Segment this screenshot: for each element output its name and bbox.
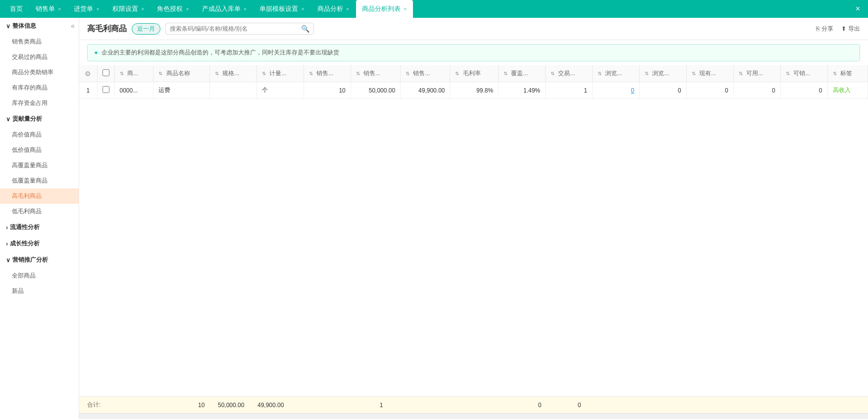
search-box[interactable]: 🔍 bbox=[165, 23, 314, 35]
sidebar-item-high-coverage[interactable]: 高覆盖量商品 bbox=[0, 158, 79, 173]
col-gross-margin[interactable]: ⇅ 毛利率 bbox=[450, 65, 499, 82]
col-browse1[interactable]: ⇅ 浏览... bbox=[592, 65, 639, 82]
row-sales-qty: 10 bbox=[304, 82, 351, 99]
sort-icon: ⇅ bbox=[833, 71, 838, 76]
export-icon: ⬆ bbox=[841, 25, 846, 32]
row-index: 1 bbox=[79, 82, 97, 99]
nav-role-auth[interactable]: 角色授权 × bbox=[151, 0, 195, 18]
col-unit[interactable]: ⇅ 计量... bbox=[256, 65, 304, 82]
col-name[interactable]: ⇅ 商品名称 bbox=[153, 65, 210, 82]
nav-template-settings[interactable]: 单据模板设置 × bbox=[254, 0, 310, 18]
footer-spacer3 bbox=[447, 402, 507, 409]
close-icon[interactable]: × bbox=[96, 6, 99, 12]
sort-icon: ⇅ bbox=[455, 71, 460, 76]
period-button[interactable]: 近一月 bbox=[132, 23, 160, 35]
sidebar-item-all-goods[interactable]: 全部商品 bbox=[0, 268, 79, 283]
horizontal-scrollbar[interactable] bbox=[79, 413, 868, 419]
row-gross-margin: 99.8% bbox=[450, 82, 499, 99]
nav-product-analysis-list[interactable]: 商品分析列表 × bbox=[356, 0, 412, 18]
sidebar-item-in-stock-goods[interactable]: 有库存的商品 bbox=[0, 80, 79, 95]
sidebar-group-liquidity[interactable]: › 流通性分析 bbox=[0, 219, 79, 235]
nav-sales-order[interactable]: 销售单 × bbox=[30, 0, 67, 18]
sidebar-item-sales-goods[interactable]: 销售类商品 bbox=[0, 34, 79, 49]
col-coverage[interactable]: ⇅ 覆盖... bbox=[499, 65, 546, 82]
gear-icon[interactable]: ⚙ bbox=[85, 70, 91, 78]
sidebar-collapse-button[interactable]: « bbox=[71, 22, 75, 30]
sort-icon: ⇅ bbox=[309, 71, 314, 76]
sidebar-item-stock-capital[interactable]: 库存资金占用 bbox=[0, 95, 79, 111]
sidebar-item-high-margin[interactable]: 高毛利商品 bbox=[0, 188, 79, 204]
row-available: 0 bbox=[733, 82, 780, 99]
sidebar-item-low-margin[interactable]: 低毛利商品 bbox=[0, 204, 79, 219]
nav-product-analysis[interactable]: 商品分析 × bbox=[311, 0, 355, 18]
search-icon[interactable]: 🔍 bbox=[301, 25, 309, 33]
sort-icon: ⇅ bbox=[120, 71, 125, 76]
sidebar-item-new-goods[interactable]: 新品 bbox=[0, 283, 79, 299]
chevron-down-icon: ∨ bbox=[6, 257, 10, 264]
sidebar-item-traded-goods[interactable]: 交易过的商品 bbox=[0, 49, 79, 65]
sidebar-group-overall[interactable]: ∨ 整体信息 bbox=[0, 18, 79, 34]
row-coverage: 1.49% bbox=[499, 82, 546, 99]
col-gear[interactable]: ⚙ bbox=[79, 65, 97, 82]
sidebar-item-low-value[interactable]: 低价值商品 bbox=[0, 142, 79, 158]
footer-values: 10 50,000.00 49,900.00 1 0 0 bbox=[110, 402, 860, 409]
content-header: 高毛利商品 近一月 🔍 ⎘ 分享 ⬆ 导出 bbox=[79, 18, 868, 40]
sidebar: « ∨ 整体信息 销售类商品 交易过的商品 商品分类助销率 有库存的商品 库存资… bbox=[0, 18, 79, 419]
col-code[interactable]: ⇅ 商... bbox=[114, 65, 153, 82]
table-footer: 合计: 10 50,000.00 49,900.00 1 0 0 bbox=[79, 396, 868, 413]
row-browse1[interactable]: 0 bbox=[592, 82, 639, 99]
close-icon[interactable]: × bbox=[244, 6, 247, 12]
nav-purchase-order[interactable]: 进货单 × bbox=[68, 0, 105, 18]
footer-current-stock: 0 bbox=[507, 402, 546, 409]
table-wrapper[interactable]: ⚙ ⇅ 商... ⇅ 商品名称 bbox=[79, 65, 868, 396]
sort-icon: ⇅ bbox=[504, 71, 509, 76]
row-name: 运费 bbox=[153, 82, 210, 99]
sidebar-group-marketing[interactable]: ∨ 营销推广分析 bbox=[0, 252, 79, 268]
col-sales-cost[interactable]: ⇅ 销售... bbox=[401, 65, 450, 82]
row-select-checkbox[interactable] bbox=[102, 86, 109, 93]
sidebar-item-low-coverage[interactable]: 低覆盖量商品 bbox=[0, 173, 79, 188]
sort-icon: ⇅ bbox=[598, 71, 603, 76]
col-sales-qty[interactable]: ⇅ 销售... bbox=[304, 65, 351, 82]
footer-spacer2 bbox=[388, 402, 447, 409]
col-tag[interactable]: ⇅ 标签 bbox=[827, 65, 868, 82]
chevron-down-icon: ∨ bbox=[6, 23, 10, 30]
col-current-stock[interactable]: ⇅ 现有... bbox=[686, 65, 733, 82]
sidebar-group-contribution[interactable]: ∨ 贡献量分析 bbox=[0, 111, 79, 127]
col-available[interactable]: ⇅ 可用... bbox=[733, 65, 780, 82]
col-transaction[interactable]: ⇅ 交易... bbox=[546, 65, 593, 82]
footer-sales-cost: 49,900.00 bbox=[249, 402, 289, 409]
nav-finished-goods[interactable]: 产成品入库单 × bbox=[196, 0, 253, 18]
sort-icon: ⇅ bbox=[262, 71, 267, 76]
col-spec[interactable]: ⇅ 规格... bbox=[210, 65, 257, 82]
close-all-button[interactable]: × bbox=[852, 4, 864, 13]
row-code: 0000... bbox=[114, 82, 153, 99]
export-button[interactable]: ⬆ 导出 bbox=[841, 25, 860, 33]
col-checkbox[interactable] bbox=[97, 65, 114, 82]
row-checkbox[interactable] bbox=[97, 82, 114, 99]
sort-icon: ⇅ bbox=[406, 71, 410, 76]
footer-label: 合计: bbox=[87, 401, 101, 409]
share-button[interactable]: ⎘ 分享 bbox=[816, 25, 833, 33]
select-all-checkbox[interactable] bbox=[102, 69, 109, 76]
sidebar-group-growth[interactable]: › 成长性分析 bbox=[0, 235, 79, 252]
col-sales-amount[interactable]: ⇅ 销售... bbox=[351, 65, 400, 82]
sort-icon: ⇅ bbox=[158, 71, 163, 76]
close-icon[interactable]: × bbox=[404, 6, 407, 12]
data-table: ⚙ ⇅ 商... ⇅ 商品名称 bbox=[79, 65, 868, 99]
close-icon[interactable]: × bbox=[58, 6, 61, 12]
footer-available: 0 bbox=[546, 402, 586, 409]
col-browse2[interactable]: ⇅ 浏览... bbox=[639, 65, 686, 82]
close-icon[interactable]: × bbox=[186, 6, 189, 12]
sidebar-item-category-sales-rate[interactable]: 商品分类助销率 bbox=[0, 65, 79, 80]
nav-permission-settings[interactable]: 权限设置 × bbox=[106, 0, 150, 18]
sidebar-item-high-value[interactable]: 高价值商品 bbox=[0, 127, 79, 142]
nav-home[interactable]: 首页 bbox=[4, 0, 29, 18]
col-sellable[interactable]: ⇅ 可销... bbox=[780, 65, 827, 82]
top-navigation: 首页 销售单 × 进货单 × 权限设置 × 角色授权 × 产成品入库单 × 单据… bbox=[0, 0, 868, 18]
close-icon[interactable]: × bbox=[346, 6, 349, 12]
search-input[interactable] bbox=[170, 25, 299, 32]
close-icon[interactable]: × bbox=[301, 6, 304, 12]
chevron-right-icon: › bbox=[6, 240, 8, 247]
close-icon[interactable]: × bbox=[141, 6, 144, 12]
